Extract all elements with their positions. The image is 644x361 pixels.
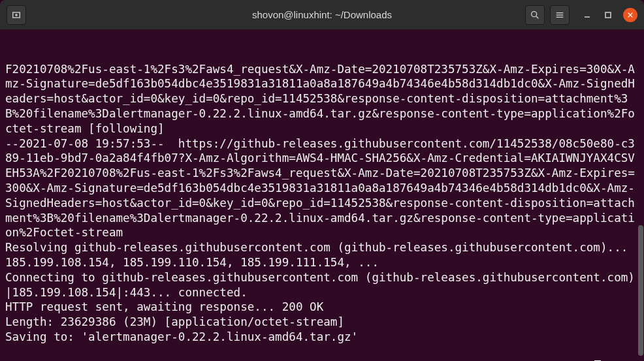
titlebar: shovon@linuxhint: ~/Downloads — [0, 0, 644, 29]
terminal[interactable]: F20210708%2Fus-east-1%2Fs3%2Faws4_reques… — [0, 29, 644, 361]
window-title: shovon@linuxhint: ~/Downloads — [252, 9, 392, 20]
terminal-line: Connecting to github-releases.githubuser… — [5, 271, 635, 299]
svg-rect-9 — [605, 12, 611, 18]
close-button[interactable] — [623, 8, 637, 22]
scrollbar-thumb[interactable] — [638, 225, 643, 356]
terminal-content: F20210708%2Fus-east-1%2Fs3%2Faws4_reques… — [5, 62, 639, 361]
new-tab-icon — [11, 10, 22, 20]
hamburger-icon — [555, 10, 565, 20]
menu-button[interactable] — [550, 5, 570, 25]
svg-point-3 — [532, 11, 537, 16]
close-icon — [627, 12, 634, 18]
terminal-line: --2021-07-08 19:57:53-- https://github-r… — [5, 137, 635, 240]
svg-line-4 — [536, 16, 538, 18]
terminal-line: Saving to: 'alertmanager-0.22.2.linux-am… — [5, 330, 358, 343]
titlebar-right — [525, 5, 637, 25]
terminal-line: F20210708%2Fus-east-1%2Fs3%2Faws4_reques… — [5, 63, 635, 135]
search-button[interactable] — [525, 5, 545, 25]
new-tab-button[interactable] — [7, 5, 26, 25]
minimize-button[interactable] — [581, 9, 593, 21]
maximize-button[interactable] — [602, 9, 614, 21]
search-icon — [530, 10, 540, 20]
window-controls — [581, 8, 637, 22]
terminal-line: Length: 23629386 (23M) [application/octe… — [5, 315, 344, 328]
minimize-icon — [583, 11, 591, 19]
terminal-line: HTTP request sent, awaiting response... … — [5, 300, 323, 313]
maximize-icon — [604, 11, 612, 19]
scrollbar[interactable] — [637, 29, 644, 361]
terminal-line: Resolving github-releases.githubusercont… — [5, 241, 635, 269]
